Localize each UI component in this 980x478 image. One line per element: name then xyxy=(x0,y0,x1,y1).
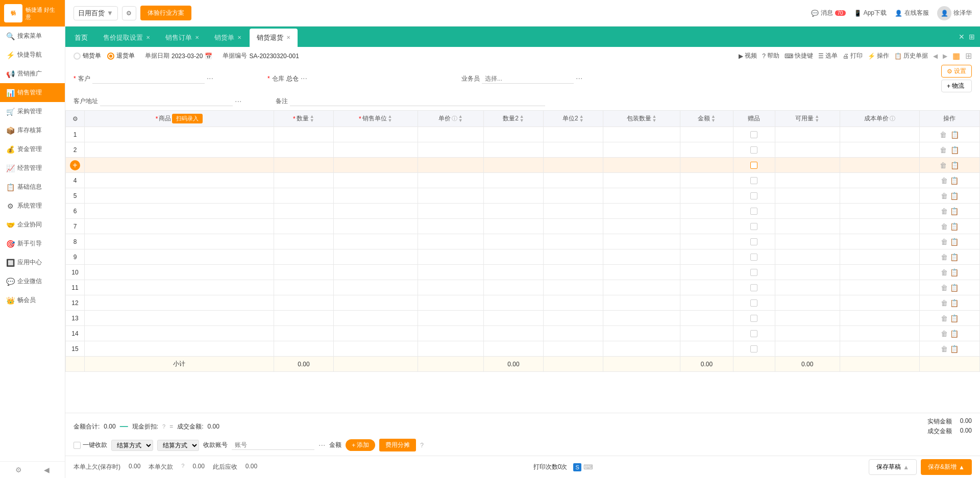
sidebar-item-shortcut[interactable]: ⚡ 快捷导航 xyxy=(0,45,65,64)
row-add-btn-cell[interactable]: + xyxy=(66,158,85,173)
address-dots-icon[interactable]: ··· xyxy=(235,97,241,106)
row-price[interactable] xyxy=(418,158,483,173)
salesperson-dots-icon[interactable]: ··· xyxy=(576,74,582,83)
row-amount[interactable] xyxy=(680,142,733,158)
settlement-select[interactable]: 结算方式 xyxy=(111,440,153,451)
delete-row-icon[interactable]: 🗑 xyxy=(941,222,948,231)
gift-checkbox[interactable] xyxy=(750,254,757,261)
video-btn[interactable]: ▶ 视频 xyxy=(739,52,757,60)
sidebar-item-member[interactable]: 👑 畅会员 xyxy=(0,291,65,310)
sidebar-item-system[interactable]: ⚙ 系统管理 xyxy=(0,196,65,215)
copy-row-icon[interactable]: 📋 xyxy=(950,207,959,215)
gift-checkbox[interactable] xyxy=(750,177,757,184)
sidebar-item-inventory[interactable]: 📦 库存核算 xyxy=(0,121,65,140)
gift-checkbox[interactable] xyxy=(750,162,757,169)
row-cost-price[interactable] xyxy=(840,158,920,173)
copy-row-icon[interactable]: 📋 xyxy=(950,177,959,185)
row-unit2[interactable] xyxy=(543,158,603,173)
row-available[interactable] xyxy=(775,142,840,158)
row-qty2[interactable] xyxy=(484,127,544,142)
copy-row-icon[interactable]: 📋 xyxy=(950,314,959,322)
warehouse-dots-icon[interactable]: ··· xyxy=(301,74,307,83)
row-qty[interactable] xyxy=(274,142,333,158)
gift-checkbox[interactable] xyxy=(750,299,757,307)
notes-input[interactable] xyxy=(290,96,545,106)
customer-dots-icon[interactable]: ··· xyxy=(207,74,213,83)
sidebar-item-operation[interactable]: 📈 经营管理 xyxy=(0,159,65,178)
row-gift[interactable] xyxy=(733,158,775,173)
row-qty[interactable] xyxy=(274,127,333,142)
delete-row-icon[interactable]: 🗑 xyxy=(941,284,948,292)
sidebar-item-basic[interactable]: 📋 基础信息 xyxy=(0,178,65,196)
row-qty[interactable] xyxy=(274,158,333,173)
radio-sales[interactable]: 销货单 xyxy=(74,52,101,60)
print-btn[interactable]: 🖨 打印 xyxy=(843,52,863,60)
tab-home[interactable]: 首页 xyxy=(67,29,95,47)
copy-row-icon[interactable]: 📋 xyxy=(950,284,959,292)
account-input[interactable] xyxy=(232,440,314,450)
row-product[interactable] xyxy=(85,127,274,142)
row-price[interactable] xyxy=(418,142,483,158)
copy-row-icon[interactable]: 📋 xyxy=(950,345,959,353)
delete-row-icon[interactable]: 🗑 xyxy=(941,299,948,307)
operate-btn[interactable]: ⚡ 操作 xyxy=(868,52,889,60)
row-cost-price[interactable] xyxy=(840,127,920,142)
fenpei-help-icon[interactable]: ? xyxy=(420,442,424,449)
row-unit[interactable] xyxy=(333,142,418,158)
gift-checkbox[interactable] xyxy=(750,131,757,138)
owe-help-icon[interactable]: ? xyxy=(181,463,184,471)
user-profile[interactable]: 👤 徐泽华 xyxy=(937,6,972,20)
delete-row-icon[interactable]: 🗑 xyxy=(941,238,948,246)
gift-checkbox[interactable] xyxy=(750,330,757,337)
header-settings-button[interactable]: ⚙ xyxy=(122,6,136,20)
settings-bottom-icon[interactable]: ⚙ xyxy=(15,466,22,474)
one-click-payment-checkbox[interactable]: 一键收款 xyxy=(74,441,107,449)
copy-row-icon[interactable]: 📋 xyxy=(950,161,959,169)
shortcut-btn[interactable]: ⌨ 快捷键 xyxy=(785,52,813,60)
tab-close-all-icon[interactable]: ✕ xyxy=(958,32,966,42)
row-price[interactable] xyxy=(418,127,483,142)
customer-input[interactable] xyxy=(92,74,205,84)
row-unit[interactable] xyxy=(333,158,418,173)
tab-sales[interactable]: 销货单 ✕ xyxy=(207,29,249,47)
tab-close-icon[interactable]: ✕ xyxy=(195,35,199,40)
sidebar-item-marketing[interactable]: 📢 营销推广 xyxy=(0,64,65,83)
cost-info-icon[interactable]: ⓘ xyxy=(890,115,895,122)
sidebar-item-enterprise[interactable]: 🤝 企业协同 xyxy=(0,215,65,234)
gift-checkbox[interactable] xyxy=(750,192,757,199)
row-gift[interactable] xyxy=(733,127,775,142)
th-product-scan-btn[interactable]: 扫码录入 xyxy=(172,114,203,123)
price-info-icon[interactable]: ⓘ xyxy=(452,115,457,122)
gift-checkbox[interactable] xyxy=(750,208,757,215)
gift-checkbox[interactable] xyxy=(750,284,757,291)
settings-config-button[interactable]: ⚙ 设置 xyxy=(941,65,972,78)
gift-checkbox[interactable] xyxy=(750,146,757,154)
calendar-icon[interactable]: 📅 xyxy=(205,53,212,60)
gift-checkbox[interactable] xyxy=(750,269,757,276)
gift-checkbox[interactable] xyxy=(750,315,757,322)
tab-menu-icon[interactable]: ⊞ xyxy=(968,32,976,42)
delete-row-icon[interactable]: 🗑 xyxy=(941,207,948,215)
gift-checkbox[interactable] xyxy=(750,238,757,245)
row-amount[interactable] xyxy=(680,158,733,173)
delete-row-icon[interactable]: 🗑 xyxy=(940,131,947,139)
messages-button[interactable]: 💬 消息 70 xyxy=(811,9,846,17)
sidebar-item-wechat[interactable]: 💬 企业微信 xyxy=(0,272,65,291)
row-pack-qty[interactable] xyxy=(603,127,680,142)
copy-row-icon[interactable]: 📋 xyxy=(950,146,959,154)
help-btn[interactable]: ? 帮助 xyxy=(762,52,779,60)
gift-checkbox[interactable] xyxy=(750,223,757,230)
address-input[interactable] xyxy=(100,96,233,106)
payment-checkbox[interactable] xyxy=(74,442,81,449)
date-value[interactable]: 2023-03-20 xyxy=(172,53,203,60)
sidebar-item-newbie[interactable]: 🎯 新手引导 xyxy=(0,234,65,253)
sidebar-item-finance[interactable]: 💰 资金管理 xyxy=(0,140,65,159)
history-btn[interactable]: 📋 历史单据 xyxy=(894,52,928,60)
th-gear[interactable]: ⚙ xyxy=(66,111,85,127)
nav-prev-icon[interactable]: ◀ xyxy=(933,53,938,60)
row-unit2[interactable] xyxy=(543,127,603,142)
row-available[interactable] xyxy=(775,158,840,173)
tab-close-icon[interactable]: ✕ xyxy=(237,35,241,40)
app-download-button[interactable]: 📱 App下载 xyxy=(854,9,887,17)
delete-row-icon[interactable]: 🗑 xyxy=(941,345,948,353)
